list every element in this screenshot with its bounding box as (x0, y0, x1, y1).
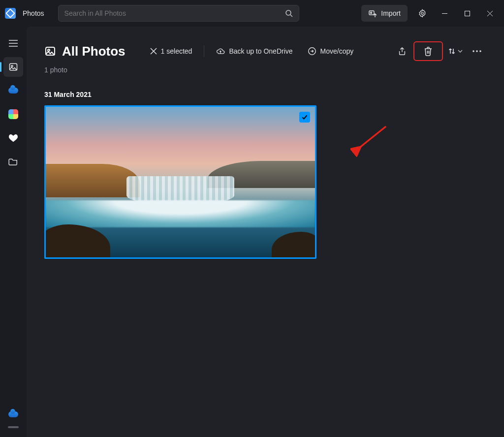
share-icon (398, 47, 407, 56)
app-body: All Photos 1 selected Back up to OneDriv… (0, 27, 504, 437)
close-icon (487, 11, 493, 16)
hamburger-icon (9, 40, 18, 47)
svg-line-1 (290, 15, 292, 17)
hamburger-button[interactable] (3, 33, 23, 53)
move-copy-label: Move/copy (320, 47, 354, 55)
photo-count: 1 photo (44, 66, 486, 74)
minimize-icon (442, 11, 447, 16)
svg-point-4 (421, 12, 424, 15)
annotation-arrow (350, 123, 390, 157)
clear-selection-button[interactable]: 1 selected (146, 45, 196, 57)
main-content: All Photos 1 selected Back up to OneDriv… (27, 27, 504, 437)
svg-point-13 (11, 65, 13, 67)
move-icon (308, 47, 316, 56)
svg-line-24 (355, 126, 386, 151)
minimize-button[interactable] (433, 3, 456, 23)
svg-point-23 (479, 50, 481, 52)
folder-icon (8, 157, 18, 165)
titlebar: Photos Import (0, 0, 504, 27)
page-title-group: All Photos (44, 44, 126, 59)
svg-point-3 (371, 12, 372, 14)
import-label: Import (381, 9, 401, 17)
sidebar-item-folders[interactable] (3, 152, 23, 171)
svg-rect-6 (465, 11, 470, 16)
search-box[interactable] (58, 5, 299, 22)
import-button[interactable]: Import (361, 5, 408, 22)
sidebar-item-favorites[interactable] (3, 128, 23, 148)
cloud-backup-icon (216, 47, 225, 55)
sidebar-bottom-cloud[interactable] (3, 407, 23, 421)
chevron-down-icon (458, 50, 463, 53)
cloud-sync-icon (8, 411, 18, 417)
delete-button-highlight (413, 41, 443, 61)
search-input[interactable] (64, 9, 285, 17)
sidebar-bottom-handle (8, 426, 19, 428)
app-logo-icon (5, 8, 16, 19)
selection-check-badge[interactable] (299, 112, 310, 123)
more-button[interactable] (468, 43, 486, 60)
search-icon (285, 9, 293, 17)
import-icon (368, 9, 377, 18)
gear-icon (418, 9, 427, 18)
header-divider-1 (204, 45, 204, 57)
check-icon (301, 114, 308, 121)
close-button[interactable] (478, 3, 501, 23)
sort-icon (448, 47, 456, 55)
trash-icon (424, 46, 433, 56)
selected-count-label: 1 selected (161, 47, 192, 55)
x-icon (150, 48, 157, 55)
sidebar-item-all-photos[interactable] (3, 57, 23, 77)
share-button[interactable] (393, 43, 411, 60)
maximize-icon (465, 11, 470, 16)
settings-button[interactable] (411, 5, 433, 22)
heart-icon (8, 133, 18, 142)
backup-onedrive-button[interactable]: Back up to OneDrive (212, 45, 296, 57)
delete-button[interactable] (420, 43, 437, 60)
svg-point-21 (472, 50, 474, 52)
content-header: All Photos 1 selected Back up to OneDriv… (44, 41, 486, 61)
window-controls (433, 3, 501, 23)
page-title: All Photos (62, 44, 126, 59)
header-actions-right (393, 41, 486, 61)
sort-button[interactable] (445, 43, 466, 60)
photos-window: { "app": { "title": "Photos" }, "search"… (0, 0, 504, 437)
date-group-heading: 31 March 2021 (44, 91, 486, 98)
sidebar (0, 27, 27, 437)
onedrive-icon (8, 88, 18, 94)
sidebar-item-gallery[interactable] (3, 104, 23, 124)
page-title-icon (44, 45, 56, 57)
photos-icon (8, 62, 18, 72)
svg-point-22 (476, 50, 478, 52)
maximize-button[interactable] (456, 3, 478, 23)
backup-label: Back up to OneDrive (229, 47, 292, 55)
move-copy-button[interactable]: Move/copy (304, 45, 358, 58)
sidebar-item-onedrive[interactable] (3, 81, 23, 100)
svg-point-15 (48, 49, 50, 51)
svg-line-25 (356, 126, 386, 150)
gallery-color-icon (8, 109, 18, 119)
more-icon (472, 50, 481, 52)
app-title: Photos (23, 9, 44, 17)
photo-thumbnail-selected[interactable] (44, 105, 316, 259)
svg-point-0 (286, 10, 291, 15)
